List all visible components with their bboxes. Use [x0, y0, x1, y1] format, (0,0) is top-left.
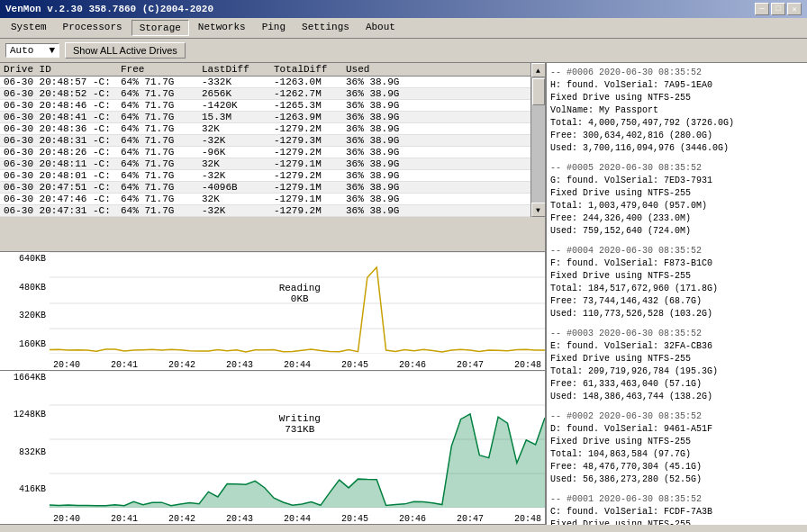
menu-settings[interactable]: Settings [295, 20, 357, 36]
writing-chart-section: 1664KB 1248KB 832KB 416KB Writing 731KB … [0, 371, 545, 525]
block-line: G: found. VolSerial: 7ED3-7931 [550, 175, 803, 187]
charts-area: 640KB 480KB 320KB 160KB Reading 0KB 20:4… [0, 252, 545, 525]
reading-x-8: 20:48 [514, 360, 541, 370]
menu-storage[interactable]: Storage [131, 20, 189, 36]
block-line: Used: 759,152,640 (724.0M) [550, 225, 803, 238]
cell-lastdiff: -1420K [198, 100, 270, 111]
block-line: Total: 1,003,479,040 (957.0M) [550, 200, 803, 212]
cell-lastdiff: 32K [198, 123, 270, 134]
cell-totaldiff: -1279.2M [270, 123, 342, 134]
block-header: -- #0002 2020-06-30 08:35:52 [550, 410, 803, 423]
reading-chart-section: 640KB 480KB 320KB 160KB Reading 0KB 20:4… [0, 252, 545, 371]
cell-free: 64% 71.7G [117, 194, 198, 204]
block-line: H: found. VolSerial: 7A95-1EA0 [550, 79, 803, 92]
close-button[interactable]: ✕ [787, 3, 802, 15]
block-header: -- #0006 2020-06-30 08:35:52 [550, 67, 803, 79]
block-line: Used: 148,386,463,744 (138.2G) [550, 391, 803, 403]
cell-used: 36% 38.9G [342, 147, 414, 158]
writing-x-7: 20:47 [457, 514, 484, 524]
cell-free: 64% 71.7G [117, 123, 198, 134]
writing-y-labels: 1664KB 1248KB 832KB 416KB [0, 371, 50, 524]
block-line: Free: 300,634,402,816 (280.0G) [550, 130, 803, 142]
table-row: 06-30 20:48:31 -C: 64% 71.7G -32K -1279.… [0, 135, 530, 147]
cell-free: 64% 71.7G [117, 170, 198, 181]
cell-used: 36% 38.9G [342, 205, 414, 216]
drive-table: Drive ID Free LastDiff TotalDiff Used 06… [0, 63, 545, 252]
cell-totaldiff: -1279.2M [270, 205, 342, 216]
block-line: Total: 209,719,926,784 (195.3G) [550, 365, 803, 378]
table-row: 06-30 20:48:41 -C: 64% 71.7G 15.3M -1263… [0, 112, 530, 123]
block-line: Fixed Drive using NTFS-255 [550, 353, 803, 365]
col-header-lastdiff: LastDiff [198, 64, 270, 75]
title-bar: VenMon v.2.30 358.7860 (C)2004-2020 ─ □ … [0, 0, 807, 18]
table-scrollbar[interactable]: ▲ ▼ [530, 63, 545, 217]
auto-dropdown[interactable]: Auto ▼ [5, 43, 59, 58]
table-row: 06-30 20:48:11 -C: 64% 71.7G 32K -1279.1… [0, 158, 530, 170]
scroll-up-button[interactable]: ▲ [531, 63, 546, 77]
table-body: 06-30 20:48:57 -C: 64% 71.7G -332K -1263… [0, 77, 530, 217]
block-line: D: found. VolSerial: 9461-A51F [550, 423, 803, 436]
menu-about[interactable]: About [358, 20, 403, 36]
cell-totaldiff: -1265.3M [270, 100, 342, 111]
block-line: Fixed Drive using NTFS-255 [550, 270, 803, 283]
title-bar-controls: ─ □ ✕ [755, 3, 802, 15]
writing-x-1: 20:41 [111, 514, 138, 524]
reading-x-7: 20:47 [457, 360, 484, 370]
cell-drive: 06-30 20:48:52 -C: [0, 88, 117, 99]
writing-x-6: 20:46 [399, 514, 426, 524]
reading-x-5: 20:45 [341, 360, 368, 370]
show-drives-button[interactable]: Show ALL Active Drives [65, 42, 186, 59]
reading-x-4: 20:44 [284, 360, 311, 370]
writing-y-label-2: 832KB [0, 447, 50, 457]
minimize-button[interactable]: ─ [755, 3, 769, 15]
block-header: -- #0001 2020-06-30 08:35:52 [550, 493, 803, 506]
cell-totaldiff: -1263.0M [270, 77, 342, 87]
table-row: 06-30 20:48:01 -C: 64% 71.7G -32K -1279.… [0, 170, 530, 182]
writing-x-4: 20:44 [284, 514, 311, 524]
cell-free: 64% 71.7G [117, 100, 198, 111]
writing-y-label-4: 1664KB [0, 373, 50, 383]
cell-used: 36% 38.9G [342, 88, 414, 99]
info-block: -- #0003 2020-06-30 08:35:52E: found. Vo… [550, 328, 803, 403]
cell-lastdiff: 2656K [198, 88, 270, 99]
cell-used: 36% 38.9G [342, 170, 414, 181]
cell-drive: 06-30 20:48:11 -C: [0, 158, 117, 169]
cell-drive: 06-30 20:48:57 -C: [0, 77, 117, 87]
table-row: 06-30 20:48:36 -C: 64% 71.7G 32K -1279.2… [0, 123, 530, 135]
writing-canvas [50, 371, 545, 508]
info-block: -- #0004 2020-06-30 08:35:52F: found. Vo… [550, 245, 803, 320]
block-line: Used: 110,773,526,528 (103.2G) [550, 308, 803, 320]
scroll-track [531, 77, 545, 203]
cell-free: 64% 71.7G [117, 88, 198, 99]
scroll-down-button[interactable]: ▼ [531, 203, 546, 217]
cell-free: 64% 71.7G [117, 182, 198, 193]
menu-networks[interactable]: Networks [191, 20, 253, 36]
block-line: Free: 73,744,146,432 (68.7G) [550, 295, 803, 308]
block-line: Total: 184,517,672,960 (171.8G) [550, 283, 803, 295]
table-row: 06-30 20:47:31 -C: 64% 71.7G -32K -1279.… [0, 205, 530, 217]
cell-free: 64% 71.7G [117, 158, 198, 169]
left-panel: Drive ID Free LastDiff TotalDiff Used 06… [0, 63, 546, 525]
chevron-down-icon: ▼ [49, 45, 55, 56]
cell-totaldiff: -1279.1M [270, 182, 342, 193]
writing-y-label-1: 416KB [0, 484, 50, 494]
block-line: Total: 104,863,584 (97.7G) [550, 448, 803, 461]
cell-lastdiff: -32K [198, 135, 270, 146]
menu-system[interactable]: System [4, 20, 54, 36]
block-line: E: found. VolSerial: 32FA-CB36 [550, 340, 803, 353]
reading-canvas [50, 252, 545, 354]
writing-x-3: 20:43 [226, 514, 253, 524]
menu-processors[interactable]: Processors [56, 20, 130, 36]
cell-lastdiff: 32K [198, 194, 270, 204]
maximize-button[interactable]: □ [771, 3, 785, 15]
reading-y-label-4: 640KB [0, 254, 50, 264]
reading-x-0: 20:40 [53, 360, 80, 370]
menu-ping[interactable]: Ping [255, 20, 293, 36]
cell-used: 36% 38.9G [342, 135, 414, 146]
scroll-thumb[interactable] [532, 78, 545, 105]
writing-x-2: 20:42 [168, 514, 195, 524]
menu-bar: System Processors Storage Networks Ping … [0, 18, 807, 39]
table-header: Drive ID Free LastDiff TotalDiff Used [0, 63, 530, 77]
cell-free: 64% 71.7G [117, 135, 198, 146]
cell-drive: 06-30 20:47:31 -C: [0, 205, 117, 216]
